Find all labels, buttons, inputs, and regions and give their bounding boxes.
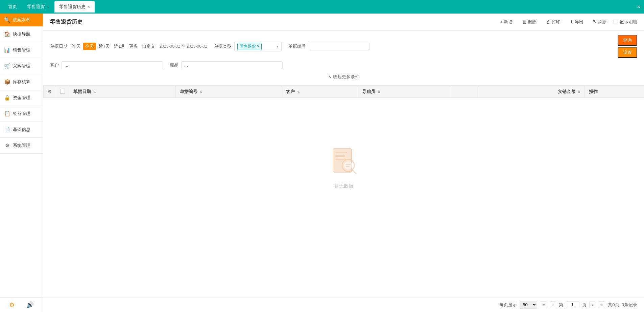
delete-button[interactable]: 🗑 删除	[520, 18, 540, 26]
settings-button[interactable]: 设置	[618, 47, 637, 58]
search-icon: 🔍	[4, 17, 10, 23]
tab-retail-return-close[interactable]: ×	[47, 4, 49, 9]
nav-items: 🏠 快捷导航 📊 销售管理 🛒 采购管理 📦 库存核算 🔒 资金管理 📋	[0, 26, 43, 297]
doc-type-remove[interactable]: ×	[257, 44, 259, 49]
date-opt-more[interactable]: 更多	[128, 43, 139, 50]
sidebar-item-finance[interactable]: 🔒 资金管理	[0, 90, 43, 106]
th-guide: 导购员 ⇅	[358, 86, 449, 98]
filter-customer: 客户	[50, 61, 163, 69]
customer-label: 客户	[50, 62, 59, 68]
date-opt-last-month[interactable]: 近1月	[113, 43, 126, 50]
empty-text: 暂无数据	[334, 183, 353, 189]
filter-date: 单据日期 昨天 今天 近7天 近1月 更多 自定义 2023-06-02 至 2…	[50, 43, 207, 50]
th-number-sort-icon[interactable]: ⇅	[199, 90, 202, 94]
sales-mgmt-icon: 📊	[4, 47, 10, 53]
th-checkbox	[56, 86, 69, 98]
sidebar-item-basic-info-label: 基础信息	[13, 127, 30, 133]
page-size-label: 每页显示	[499, 302, 517, 308]
export-button[interactable]: ⬆ 导出	[567, 18, 587, 26]
settings-icon[interactable]: ⚙	[9, 301, 15, 309]
sidebar-item-basic-info[interactable]: 📄 基础信息	[0, 122, 43, 138]
th-guide-sort-icon[interactable]: ⇅	[378, 90, 380, 94]
sidebar-item-purchase-mgmt-label: 采购管理	[13, 63, 30, 69]
prev-page-button[interactable]: ‹	[550, 301, 556, 308]
date-opt-yesterday[interactable]: 昨天	[70, 43, 82, 50]
svg-line-6	[352, 170, 356, 174]
date-opt-custom[interactable]: 自定义	[141, 43, 157, 50]
sidebar-item-operations[interactable]: 📋 经营管理	[0, 106, 43, 122]
query-button[interactable]: 查询	[618, 35, 637, 46]
date-opt-today[interactable]: 今天	[83, 43, 96, 50]
window-close-button[interactable]: ×	[637, 3, 641, 10]
page-size-select[interactable]: 50 10 20 100	[520, 301, 537, 309]
table-header-row: ⚙ 单据日期 ⇅ 单据编号 ⇅	[44, 86, 644, 98]
print-button[interactable]: 🖨 打印	[543, 18, 563, 26]
empty-illustration	[327, 145, 361, 179]
basic-info-icon: 📄	[4, 127, 10, 133]
filter-row-1: 单据日期 昨天 今天 近7天 近1月 更多 自定义 2023-06-02 至 2…	[50, 35, 637, 58]
operations-icon: 📋	[4, 111, 10, 117]
sidebar-item-sales-mgmt-label: 销售管理	[13, 47, 30, 53]
tab-retail-return-history-label: 零售退货历史	[59, 4, 86, 10]
th-date-sort-icon[interactable]: ⇅	[93, 90, 96, 94]
filter-area: 单据日期 昨天 今天 近7天 近1月 更多 自定义 2023-06-02 至 2…	[43, 31, 644, 86]
sidebar-item-purchase-mgmt[interactable]: 🛒 采购管理	[0, 58, 43, 74]
date-opt-last7[interactable]: 近7天	[97, 43, 111, 50]
sidebar-item-finance-label: 资金管理	[13, 95, 30, 101]
th-customer-sort-icon[interactable]: ⇅	[297, 90, 300, 94]
page-title: 零售退货历史	[50, 19, 82, 26]
sidebar-item-inventory[interactable]: 📦 库存核算	[0, 74, 43, 90]
goods-input[interactable]	[181, 61, 283, 69]
table-settings-icon[interactable]: ⚙	[48, 89, 52, 94]
first-page-button[interactable]: «	[540, 301, 547, 308]
last-page-button[interactable]: »	[598, 301, 605, 308]
sidebar-item-inventory-label: 库存核算	[13, 79, 30, 85]
tab-retail-return-history[interactable]: 零售退货历史 ×	[54, 1, 95, 13]
new-button[interactable]: + 新增	[497, 18, 515, 26]
th-actions: 操作	[585, 86, 644, 98]
doc-type-select[interactable]: 零售退货 × ▾	[234, 42, 282, 51]
doc-number-input[interactable]	[309, 43, 369, 50]
date-options: 昨天 今天 近7天 近1月 更多 自定义	[70, 43, 157, 50]
header-actions: + 新增 🗑 删除 🖨 打印 ⬆ 导出 ↻ 刷新 显示明细	[497, 18, 637, 26]
main-layout: 🔍 搜索菜单 🏠 快捷导航 📊 销售管理 🛒 采购管理 📦 库存核算 🔒	[0, 14, 644, 312]
filter-doc-type: 单据类型 零售退货 × ▾	[214, 42, 282, 51]
th-customer: 客户 ⇅	[282, 86, 358, 98]
system-mgmt-icon: ⚙	[4, 142, 10, 149]
sidebar-item-system-mgmt-label: 系统管理	[13, 142, 30, 149]
refresh-button[interactable]: ↻ 刷新	[590, 18, 610, 26]
table-body: 暂无数据	[44, 98, 644, 237]
sidebar-item-quick-nav[interactable]: 🏠 快捷导航	[0, 26, 43, 42]
collapse-button[interactable]: ∧ 收起更多条件	[50, 72, 637, 81]
th-number: 单据编号 ⇅	[175, 86, 282, 98]
page-number-input[interactable]	[566, 301, 579, 308]
th-number-label: 单据编号	[180, 89, 197, 94]
show-detail-checkbox[interactable]	[614, 20, 618, 24]
tab-home[interactable]: 首页	[3, 1, 22, 13]
tab-retail-return[interactable]: 零售退货 ×	[22, 1, 54, 13]
table-check-all[interactable]	[60, 89, 65, 94]
quick-nav-icon: 🏠	[4, 31, 10, 37]
tab-retail-return-history-close[interactable]: ×	[88, 4, 90, 9]
pagination: 每页显示 50 10 20 100 « ‹ 第 页 › » 共0页, 0条记录	[43, 297, 644, 312]
next-page-button[interactable]: ›	[589, 301, 595, 308]
show-detail-toggle[interactable]: 显示明细	[614, 19, 637, 25]
th-date: 单据日期 ⇅	[69, 86, 176, 98]
sidebar: 🔍 搜索菜单 🏠 快捷导航 📊 销售管理 🛒 采购管理 📦 库存核算 🔒	[0, 14, 43, 312]
audio-icon[interactable]: 🔊	[26, 301, 34, 309]
search-menu-button[interactable]: 🔍 搜索菜单	[0, 14, 43, 26]
page-label: 第	[559, 302, 563, 308]
data-table: ⚙ 单据日期 ⇅ 单据编号 ⇅	[43, 86, 644, 237]
th-amount-sort-icon[interactable]: ⇅	[578, 90, 580, 94]
sidebar-item-system-mgmt[interactable]: ⚙ 系统管理	[0, 138, 43, 154]
th-actions-label: 操作	[589, 89, 598, 94]
th-guide-label: 导购员	[362, 89, 375, 94]
svg-rect-3	[335, 159, 346, 160]
svg-point-5	[344, 161, 352, 170]
sidebar-item-sales-mgmt[interactable]: 📊 销售管理	[0, 42, 43, 58]
purchase-mgmt-icon: 🛒	[4, 63, 10, 69]
th-customer-label: 客户	[286, 89, 295, 94]
query-buttons: 查询 设置	[618, 35, 637, 58]
tab-retail-return-label: 零售退货	[27, 4, 45, 10]
customer-input[interactable]	[62, 61, 163, 69]
